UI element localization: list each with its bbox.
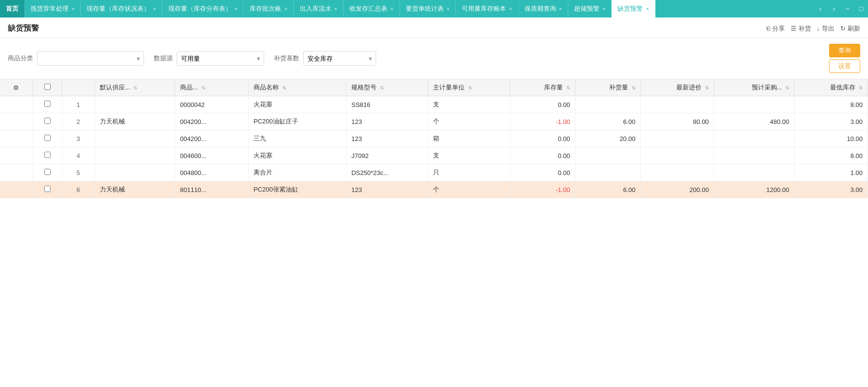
table-body: 1 0000042 火花塞 SS816 支 0.00 8.00 2 力天机械 0… — [0, 96, 868, 198]
col-header-plan[interactable]: 预计采购... ⇅ — [714, 79, 794, 96]
row-gear-cell — [0, 130, 33, 147]
replenish-button[interactable]: ☰ 补货 — [791, 24, 811, 33]
tab-shortage-close[interactable]: × — [646, 6, 649, 12]
col-header-checkbox[interactable] — [33, 79, 62, 96]
category-select[interactable] — [37, 51, 144, 66]
datasource-label: 数据源 — [154, 54, 173, 63]
base-filter-group: 补货基数 安全库存 最低库存 — [274, 51, 376, 66]
tab-inout-flow-close[interactable]: × — [334, 6, 337, 12]
row-checkbox[interactable] — [44, 169, 51, 175]
row-checkbox[interactable] — [44, 101, 51, 107]
tab-available-ledger-close[interactable]: × — [509, 6, 512, 12]
row-name-cell: 火花塞 — [249, 96, 346, 113]
tab-available-ledger[interactable]: 可用量库存账本 × — [456, 0, 518, 18]
row-plan-cell — [714, 147, 794, 164]
tab-inventory-status-label: 现存量（库存状况表） — [87, 4, 150, 13]
col-header-spec[interactable]: 规格型号 ⇅ — [346, 79, 428, 96]
col-header-supplier[interactable]: 默认供应... ⇅ — [94, 79, 175, 96]
base-select[interactable]: 安全库存 最低库存 — [303, 51, 376, 66]
row-num-cell: 5 — [62, 164, 94, 181]
tab-minimize-button[interactable]: − — [841, 0, 854, 18]
tab-shortage-label: 缺货预警 — [617, 4, 643, 13]
table-wrapper: ⚙ 默认供应... ⇅ 商品... ⇅ 商品名称 — [0, 79, 868, 198]
tab-order-stat[interactable]: 要货单统计表 × — [400, 0, 456, 18]
tab-overstock-close[interactable]: × — [602, 6, 605, 12]
settings-button[interactable]: 设置 — [829, 59, 860, 73]
col-header-replenish[interactable]: 补货量 ⇅ — [575, 79, 640, 96]
col-header-stock[interactable]: 库存量 ⇅ — [510, 79, 575, 96]
select-all-checkbox[interactable] — [44, 84, 51, 90]
export-button[interactable]: ↓ 导出 — [817, 24, 835, 33]
row-spec-cell: 123 — [346, 113, 428, 130]
tab-inventory-status-close[interactable]: × — [153, 6, 156, 12]
sort-icon-code: ⇅ — [201, 85, 205, 90]
row-checkbox-cell[interactable] — [33, 147, 62, 164]
row-unit-cell: 个 — [428, 181, 510, 198]
col-header-unit[interactable]: 主计量单位 ⇅ — [428, 79, 510, 96]
row-unit-cell: 支 — [428, 147, 510, 164]
col-header-min-stock[interactable]: 最低库存 ⇅ — [794, 79, 868, 96]
export-label: 导出 — [822, 24, 834, 33]
row-plan-cell — [714, 96, 794, 113]
share-button[interactable]: ⎗ 分享 — [766, 24, 785, 33]
tab-expiry-query-close[interactable]: × — [559, 6, 562, 12]
sort-icon-replenish: ⇅ — [632, 85, 635, 90]
row-name-cell: 火花塞 — [249, 147, 346, 164]
tab-shortage[interactable]: 缺货预警 × — [612, 0, 655, 18]
sort-icon-name: ⇅ — [282, 85, 286, 90]
row-price-cell — [640, 96, 714, 113]
row-supplier-cell — [94, 130, 175, 147]
col-header-price[interactable]: 最新进价 ⇅ — [640, 79, 714, 96]
row-min-stock-cell: 3.00 — [794, 181, 868, 198]
row-checkbox[interactable] — [44, 152, 51, 158]
row-checkbox-cell[interactable] — [33, 181, 62, 198]
row-code-cell: 801110... — [175, 181, 249, 198]
row-price-cell — [640, 147, 714, 164]
sort-icon-supplier: ⇅ — [133, 85, 137, 90]
row-checkbox-cell[interactable] — [33, 164, 62, 181]
row-min-stock-cell: 3.00 — [794, 113, 868, 130]
col-header-code[interactable]: 商品... ⇅ — [175, 79, 249, 96]
row-plan-cell — [714, 164, 794, 181]
datasource-select[interactable]: 可用量 库存量 — [177, 51, 264, 66]
row-unit-cell: 只 — [428, 164, 510, 181]
sort-icon-price: ⇅ — [705, 85, 709, 90]
row-checkbox-cell[interactable] — [33, 130, 62, 147]
sort-icon-stock: ⇅ — [566, 85, 570, 90]
col-header-gear[interactable]: ⚙ — [0, 79, 33, 96]
query-button[interactable]: 查询 — [829, 44, 860, 57]
row-checkbox[interactable] — [44, 118, 51, 124]
tab-overstock[interactable]: 超储预警 × — [568, 0, 612, 18]
table-row: 5 004800... 离合片 DS250*23c... 只 0.00 1.00 — [0, 164, 868, 181]
row-stock-cell: 0.00 — [510, 164, 575, 181]
tab-inventory-dist[interactable]: 现存量（库存分布表） × — [163, 0, 244, 18]
tab-expiry-query[interactable]: 保质期查询 × — [519, 0, 568, 18]
row-replenish-cell — [575, 147, 640, 164]
tab-abnormal[interactable]: 拣货异常处理 × — [25, 0, 81, 18]
row-checkbox-cell[interactable] — [33, 113, 62, 130]
tab-batch-account-close[interactable]: × — [284, 6, 287, 12]
tab-overstock-label: 超储预警 — [574, 4, 599, 13]
tab-order-stat-close[interactable]: × — [447, 6, 450, 12]
tab-prev-button[interactable]: ‹ — [814, 0, 827, 18]
row-spec-cell: J7092 — [346, 147, 428, 164]
tab-inventory-status[interactable]: 现存量（库存状况表） × — [81, 0, 162, 18]
tab-batch-account[interactable]: 库存批次账 × — [244, 0, 293, 18]
tab-inventory-dist-close[interactable]: × — [235, 6, 237, 12]
tab-receive-summary-close[interactable]: × — [390, 6, 393, 12]
tab-maximize-button[interactable]: □ — [854, 0, 868, 18]
base-label: 补货基数 — [274, 54, 299, 63]
tab-receive-summary[interactable]: 收发存汇总表 × — [344, 0, 399, 18]
tab-bar: 首页 拣货异常处理 × 现存量（库存状况表） × 现存量（库存分布表） × 库存… — [0, 0, 868, 18]
tab-next-button[interactable]: › — [827, 0, 841, 18]
refresh-button[interactable]: ↻ 刷新 — [840, 24, 860, 33]
tab-batch-account-label: 库存批次账 — [250, 4, 281, 13]
export-icon: ↓ — [817, 25, 820, 32]
row-checkbox-cell[interactable] — [33, 96, 62, 113]
col-header-name[interactable]: 商品名称 ⇅ — [249, 79, 346, 96]
tab-inout-flow[interactable]: 出入库流水 × — [294, 0, 344, 18]
row-checkbox[interactable] — [44, 186, 51, 192]
row-checkbox[interactable] — [44, 135, 51, 141]
tab-home[interactable]: 首页 — [0, 0, 25, 18]
tab-abnormal-close[interactable]: × — [72, 6, 74, 12]
